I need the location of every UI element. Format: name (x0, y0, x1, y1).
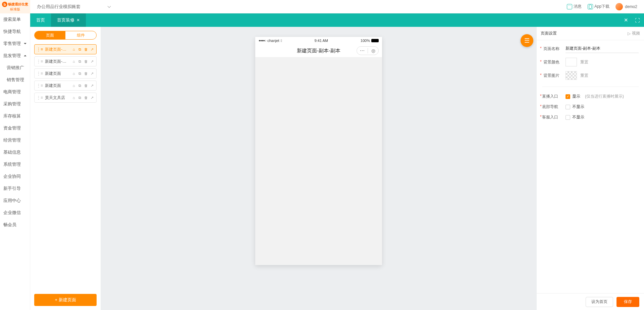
sidebar-item-12[interactable]: 系统管理 (0, 158, 30, 170)
copy-icon[interactable]: ⧉ (77, 71, 82, 76)
play-icon: ▷ (628, 31, 631, 36)
canvas-menu-button[interactable]: ☰ (521, 34, 533, 47)
set-home-button[interactable]: 设为首页 (586, 297, 613, 307)
home-icon[interactable]: ⌂ (71, 83, 76, 88)
miniprogram-menu-icon[interactable]: ⋯ (357, 48, 368, 53)
page-item-3[interactable]: ⋮≡新建页面⌂⧉🗑↗ (34, 81, 97, 91)
sidebar-item-8[interactable]: 库存核算 (0, 110, 30, 122)
sidebar-item-11[interactable]: 基础信息 (0, 146, 30, 158)
drag-icon: ⋮≡ (37, 59, 43, 64)
sidebar-item-label: 库存核算 (3, 113, 21, 119)
messages-link[interactable]: 消息 (567, 4, 582, 9)
sidebar-item-6[interactable]: 电商管理 (0, 86, 30, 98)
copy-icon[interactable]: ⧉ (77, 59, 82, 64)
account-select-label: 办公用品行业模拟账套 (37, 4, 80, 10)
sidebar-item-0[interactable]: 搜索菜单 (0, 13, 30, 25)
sidebar-item-label: 基础信息 (3, 149, 21, 155)
sidebar-item-label: 企业协同 (3, 173, 21, 179)
bgcolor-reset[interactable]: 重置 (580, 59, 588, 65)
video-link[interactable]: ▷ 视频 (628, 31, 640, 36)
page-item-0[interactable]: ⋮≡新建页面-副本...⌂⧉🗑↗ (34, 44, 97, 54)
sidebar-item-2[interactable]: 零售管理 (0, 38, 30, 50)
seg-page[interactable]: 页面 (35, 31, 65, 39)
delete-icon[interactable]: 🗑 (84, 47, 88, 52)
share-icon[interactable]: ↗ (90, 95, 94, 100)
home-icon[interactable]: ⌂ (71, 71, 76, 76)
brand-logo-mark: b (2, 2, 7, 7)
username: demo2 (625, 4, 637, 9)
messages-label: 消息 (574, 4, 582, 9)
live-checkbox[interactable]: ✓ 显示 (566, 94, 580, 99)
copy-icon[interactable]: ⧉ (77, 95, 82, 100)
fullscreen-icon[interactable]: ⛶ (633, 16, 641, 24)
delete-icon[interactable]: 🗑 (84, 59, 88, 64)
sidebar-item-label: 营销推广 (7, 65, 24, 71)
save-button[interactable]: 保存 (616, 297, 639, 307)
sidebar-item-17[interactable]: 畅会员 (0, 219, 30, 231)
tab-home[interactable]: 首页 (30, 13, 51, 27)
share-icon[interactable]: ↗ (90, 83, 94, 88)
miniprogram-close-icon[interactable]: ◎ (368, 48, 378, 53)
seg-component[interactable]: 组件 (65, 31, 96, 39)
page-item-2[interactable]: ⋮≡新建页面⌂⧉🗑↗ (34, 68, 97, 79)
home-icon[interactable]: ⌂ (71, 47, 76, 52)
app-download-link[interactable]: App下载 (588, 4, 609, 9)
bottom-nav-label: 底部导航 (542, 104, 562, 110)
bottom-nav-checkbox[interactable]: 不显示 (566, 104, 584, 110)
copy-icon[interactable]: ⧉ (77, 47, 82, 52)
bgimg-reset[interactable]: 重置 (580, 73, 588, 79)
chevron-down-icon (107, 5, 111, 8)
brand-sub: 标准版 (10, 7, 20, 12)
sidebar-item-label: 搜索菜单 (3, 16, 21, 22)
account-select[interactable]: 办公用品行业模拟账套 (37, 4, 111, 10)
sidebar-item-7[interactable]: 采购管理 (0, 98, 30, 110)
close-icon[interactable]: ✕ (76, 18, 80, 22)
bottom-nav-check-label: 不显示 (572, 104, 584, 110)
message-icon (567, 4, 572, 9)
page-item-4[interactable]: ⋮≡昊天文具店⌂⧉🗑↗ (34, 93, 97, 103)
tabbar-close-icon[interactable]: ✕ (622, 16, 630, 24)
canvas-area: ☰ ●●●●○ chanjet  9:41 AM 100% (101, 27, 537, 310)
brand-name: 畅捷通好生意 (8, 2, 28, 7)
drag-icon: ⋮≡ (37, 47, 43, 52)
sidebar-item-label: 销售管理 (7, 77, 24, 83)
page-item-label: 新建页面-副本 (45, 59, 69, 64)
home-icon[interactable]: ⌂ (71, 59, 76, 64)
share-icon[interactable]: ↗ (90, 47, 94, 52)
delete-icon[interactable]: 🗑 (84, 95, 88, 100)
sidebar-item-10[interactable]: 经营管理 (0, 134, 30, 146)
sidebar-item-9[interactable]: 资金管理 (0, 122, 30, 134)
user-menu[interactable]: demo2 (615, 3, 637, 10)
sidebar-item-4[interactable]: 营销推广 (0, 62, 30, 74)
share-icon[interactable]: ↗ (90, 71, 94, 76)
page-panel: 页面 组件 ⋮≡新建页面-副本...⌂⧉🗑↗⋮≡新建页面-副本⌂⧉🗑↗⋮≡新建页… (30, 27, 101, 310)
home-icon[interactable]: ⌂ (71, 95, 76, 100)
share-icon[interactable]: ↗ (90, 59, 94, 64)
support-check-label: 不显示 (572, 114, 584, 120)
tab-decoration[interactable]: 首页装修 ✕ (51, 13, 86, 27)
support-checkbox[interactable]: 不显示 (566, 114, 584, 120)
sidebar-item-1[interactable]: 快捷导航 (0, 25, 30, 38)
bgcolor-swatch[interactable] (566, 58, 577, 66)
sidebar-item-16[interactable]: 企业微信 (0, 207, 30, 219)
page-name-input[interactable] (566, 44, 639, 53)
drag-icon: ⋮≡ (37, 95, 43, 100)
phone-preview: ●●●●○ chanjet  9:41 AM 100% 新建页面-副本 (255, 37, 382, 265)
brand-logo[interactable]: b 畅捷通好生意 标准版 (0, 0, 30, 13)
phone-icon (588, 4, 593, 9)
signal-icon: ●●●●○ (259, 39, 266, 42)
sidebar-item-13[interactable]: 企业协同 (0, 170, 30, 183)
delete-icon[interactable]: 🗑 (84, 71, 88, 76)
sidebar-item-label: 电商管理 (3, 89, 21, 95)
sidebar-item-5[interactable]: 销售管理 (0, 74, 30, 86)
new-page-button[interactable]: + 新建页面 (34, 294, 97, 306)
copy-icon[interactable]: ⧉ (77, 83, 82, 88)
sidebar: 搜索菜单快捷导航零售管理批发管理营销推广销售管理电商管理采购管理库存核算资金管理… (0, 13, 30, 310)
sidebar-item-15[interactable]: 应用中心 (0, 195, 30, 207)
sidebar-item-label: 资金管理 (3, 125, 21, 131)
bgimg-swatch[interactable] (566, 71, 577, 80)
sidebar-item-14[interactable]: 新手引导 (0, 183, 30, 195)
delete-icon[interactable]: 🗑 (84, 83, 88, 88)
sidebar-item-3[interactable]: 批发管理 (0, 50, 30, 62)
page-item-1[interactable]: ⋮≡新建页面-副本⌂⧉🗑↗ (34, 56, 97, 66)
